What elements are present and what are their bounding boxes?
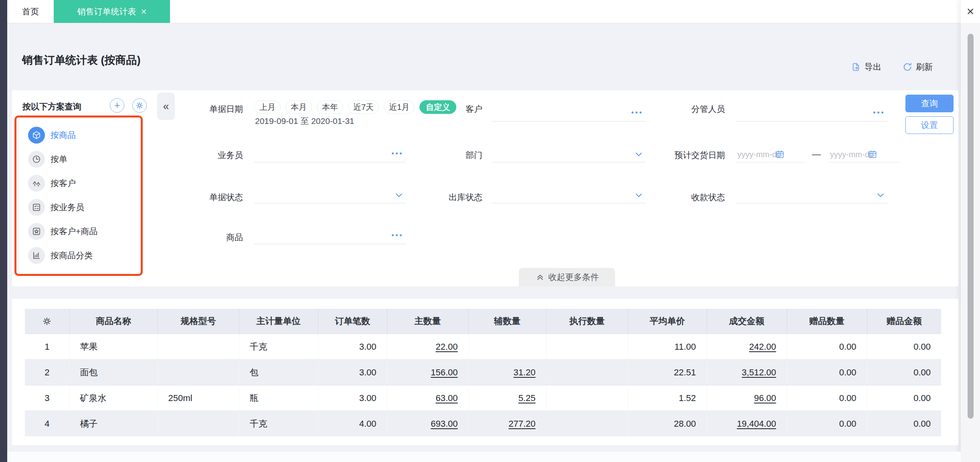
column-header-gift-qty[interactable]: 赠品数量 (787, 309, 867, 334)
settings-button[interactable]: 设置 (905, 116, 954, 134)
scheme-item-by-category[interactable]: 按商品分类 (28, 247, 93, 264)
salesman-input[interactable] (256, 149, 391, 159)
cell-product-name: 苹果 (69, 334, 158, 360)
product-input[interactable] (256, 231, 391, 241)
customer-input[interactable] (494, 108, 631, 118)
chevron-down-icon[interactable] (634, 149, 644, 160)
customer-trend-icon (28, 175, 45, 192)
cell-exec-qty (546, 360, 628, 385)
cell-order-count: 3.00 (318, 360, 387, 385)
chevron-down-icon[interactable] (875, 190, 886, 201)
ellipsis-picker-icon[interactable] (392, 152, 402, 154)
right-rail: × (961, 0, 980, 462)
vertical-scrollbar[interactable] (968, 34, 974, 419)
tab-sales-order-report[interactable]: 销售订单统计表 × (54, 0, 170, 23)
filter-label-product: 商品 (183, 231, 243, 244)
cell-product-name: 矿泉水 (69, 385, 158, 411)
scheme-item-by-salesman[interactable]: 按业务员 (28, 199, 84, 216)
cell-aux-qty-link[interactable] (468, 334, 546, 360)
quick-range-this-year[interactable]: 本年 (317, 100, 343, 114)
doc-date-range-value[interactable]: 2019-09-01 至 2020-01-31 (255, 116, 354, 127)
table-settings-gear-icon[interactable] (25, 309, 69, 334)
scheme-item-by-customer[interactable]: 按客户 (28, 175, 76, 192)
collapse-scheme-panel-button[interactable]: « (157, 93, 175, 120)
cell-product-name: 橘子 (69, 411, 158, 437)
column-header-product-name[interactable]: 商品名称 (69, 309, 158, 334)
outbound-status-input[interactable] (494, 190, 631, 200)
tab-close-icon[interactable]: × (141, 7, 146, 16)
export-button[interactable]: 导出 (848, 61, 884, 73)
chevron-down-icon[interactable] (394, 190, 404, 201)
tab-bar: 首页 销售订单统计表 × (7, 0, 961, 23)
cell-aux-qty-link[interactable]: 31.20 (468, 360, 546, 385)
filter-label-doc-status: 单据状态 (183, 190, 243, 204)
scheme-item-by-product[interactable]: 按商品 (28, 127, 76, 144)
collapse-more-conditions-button[interactable]: 收起更多条件 (519, 268, 615, 286)
scheme-item-label: 按商品 (51, 127, 76, 144)
column-header-avg-price[interactable]: 平均单价 (628, 309, 707, 334)
add-scheme-button[interactable]: + (110, 98, 124, 113)
column-header-gift-amount[interactable]: 赠品金额 (867, 309, 941, 334)
doc-status-field (254, 189, 406, 203)
cell-row-index: 4 (25, 411, 69, 437)
ellipsis-picker-icon[interactable] (873, 111, 883, 113)
column-header-amount[interactable]: 成交金额 (707, 309, 787, 334)
ellipsis-picker-icon[interactable] (632, 111, 642, 113)
column-settings-header[interactable] (25, 309, 69, 334)
tab-home-label: 首页 (22, 6, 39, 17)
export-icon (851, 62, 861, 72)
cell-amount-link[interactable]: 242.00 (707, 334, 787, 360)
cell-row-index: 2 (25, 360, 69, 385)
cell-main-qty-link[interactable]: 63.00 (387, 385, 468, 411)
calendar-icon[interactable] (868, 150, 877, 159)
quick-range-last-month[interactable]: 上月 (254, 100, 281, 114)
ellipsis-picker-icon[interactable] (392, 234, 402, 236)
table-header-row: 商品名称 规格型号 主计量单位 订单笔数 主数量 辅数量 执行数量 平均单价 成… (25, 309, 941, 334)
cell-main-qty-link[interactable]: 693.00 (387, 411, 468, 437)
chevrons-up-icon (535, 272, 545, 282)
refresh-label: 刷新 (916, 61, 933, 73)
scheme-item-by-order[interactable]: 按单 (28, 151, 67, 168)
calendar-icon[interactable] (775, 150, 785, 159)
cell-amount-link[interactable]: 19,404.00 (707, 411, 787, 437)
manager-input[interactable] (737, 108, 873, 118)
cell-order-count: 4.00 (318, 411, 387, 437)
cell-gift-qty: 0.00 (787, 360, 867, 385)
department-field (492, 148, 646, 162)
cell-aux-qty-link[interactable]: 5.25 (468, 385, 546, 411)
quick-range-last-1-month[interactable]: 近1月 (384, 100, 415, 114)
cell-main-qty-link[interactable]: 156.00 (387, 360, 468, 385)
filter-label-payment-status: 收款状态 (665, 190, 725, 204)
filter-label-salesman: 业务员 (183, 148, 243, 162)
cell-spec (158, 334, 239, 360)
filter-label-department: 部门 (422, 148, 482, 162)
quick-range-last-7-days[interactable]: 近7天 (348, 100, 379, 114)
scheme-item-by-customer-product[interactable]: 按客户+商品 (28, 223, 97, 240)
quick-range-this-month[interactable]: 本月 (285, 100, 312, 114)
column-header-order-count[interactable]: 订单笔数 (318, 309, 387, 334)
chevron-down-icon[interactable] (634, 190, 644, 201)
column-header-spec[interactable]: 规格型号 (158, 309, 239, 334)
close-icon[interactable]: × (961, 0, 980, 23)
cell-unit: 千克 (239, 334, 318, 360)
department-input[interactable] (494, 149, 631, 159)
cell-main-qty-link[interactable]: 22.00 (387, 334, 468, 360)
scheme-settings-button[interactable] (132, 98, 147, 113)
refresh-button[interactable]: 刷新 (900, 61, 935, 73)
cell-amount-link[interactable]: 3,512.00 (707, 360, 787, 385)
column-header-main-qty[interactable]: 主数量 (387, 309, 468, 334)
column-header-unit[interactable]: 主计量单位 (239, 309, 318, 334)
tab-active-label: 销售订单统计表 (77, 6, 136, 17)
cell-spec (158, 360, 239, 385)
manager-field (736, 107, 887, 122)
doc-status-input[interactable] (256, 190, 391, 200)
tab-home[interactable]: 首页 (7, 0, 54, 23)
payment-status-input[interactable] (737, 190, 873, 200)
query-button[interactable]: 查询 (905, 95, 954, 112)
column-header-exec-qty[interactable]: 执行数量 (546, 309, 628, 334)
cell-amount-link[interactable]: 96.00 (707, 385, 787, 411)
cell-order-count: 3.00 (318, 385, 387, 411)
cell-gift-amount: 0.00 (867, 360, 941, 385)
column-header-aux-qty[interactable]: 辅数量 (468, 309, 546, 334)
cell-aux-qty-link[interactable]: 277.20 (468, 411, 546, 437)
